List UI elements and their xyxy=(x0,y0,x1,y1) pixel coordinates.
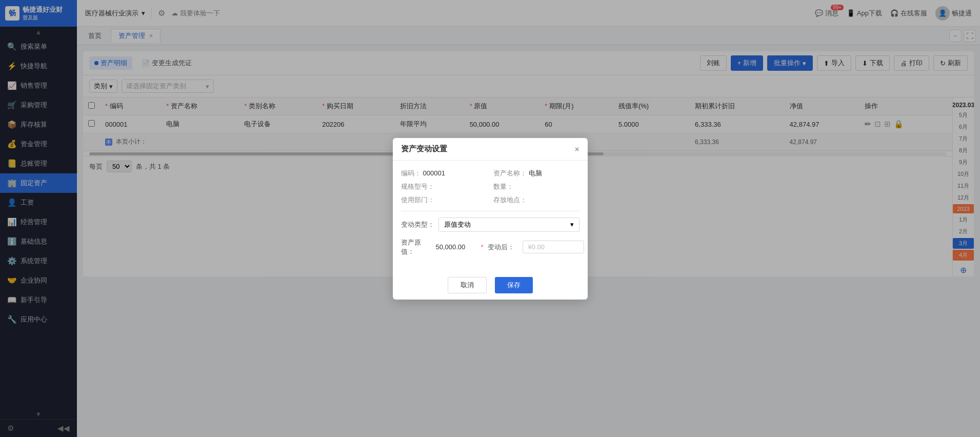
asset-change-modal: 资产变动设置 × 编码： 000001 资产名称： 电脑 规格型号： 数 xyxy=(393,138,588,300)
cancel-button[interactable]: 取消 xyxy=(448,277,487,293)
modal-header: 资产变动设置 × xyxy=(393,138,588,161)
modal-close-btn[interactable]: × xyxy=(575,145,579,153)
modal-spec-field: 规格型号： xyxy=(401,182,487,191)
asset-name-value: 电脑 xyxy=(529,169,542,178)
change-type-dropdown-icon: ▾ xyxy=(570,221,574,228)
spec-label: 规格型号： xyxy=(401,182,434,191)
change-type-label: 变动类型： xyxy=(401,220,434,229)
change-type-select[interactable]: 原值变动 ▾ xyxy=(438,217,579,232)
department-label: 使用部门： xyxy=(401,195,434,205)
original-value-label: 资产原值： xyxy=(401,238,432,256)
modal-footer: 取消 保存 xyxy=(393,271,588,300)
after-change-input[interactable] xyxy=(523,241,584,253)
asset-name-label: 资产名称： xyxy=(493,169,527,178)
change-type-field: 变动类型： 原值变动 ▾ xyxy=(401,217,579,232)
save-button[interactable]: 保存 xyxy=(495,277,533,293)
modal-quantity-field: 数量： xyxy=(493,182,579,191)
modal-department-field: 使用部门： xyxy=(401,195,487,205)
original-value-display: 50,000.00 xyxy=(436,243,477,251)
required-star: * xyxy=(481,243,484,251)
quantity-label: 数量： xyxy=(493,182,513,191)
modal-body: 编码： 000001 资产名称： 电脑 规格型号： 数量： 使用部门： xyxy=(393,161,588,271)
location-label: 存放地点： xyxy=(493,195,527,205)
code-value: 000001 xyxy=(423,169,445,177)
code-label: 编码： xyxy=(401,169,421,178)
after-change-label: 变动后： xyxy=(488,243,518,252)
modal-title: 资产变动设置 xyxy=(401,144,447,154)
value-change-field: 资产原值： 50,000.00 * 变动后： xyxy=(401,238,579,256)
change-type-value: 原值变动 xyxy=(444,220,471,229)
modal-name-field: 资产名称： 电脑 xyxy=(493,169,579,178)
modal-location-field: 存放地点： xyxy=(493,195,579,205)
modal-overlay[interactable]: 资产变动设置 × 编码： 000001 资产名称： 电脑 规格型号： 数 xyxy=(0,0,980,437)
modal-code-field: 编码： 000001 xyxy=(401,169,487,178)
modal-info-grid: 编码： 000001 资产名称： 电脑 规格型号： 数量： 使用部门： xyxy=(401,169,579,211)
